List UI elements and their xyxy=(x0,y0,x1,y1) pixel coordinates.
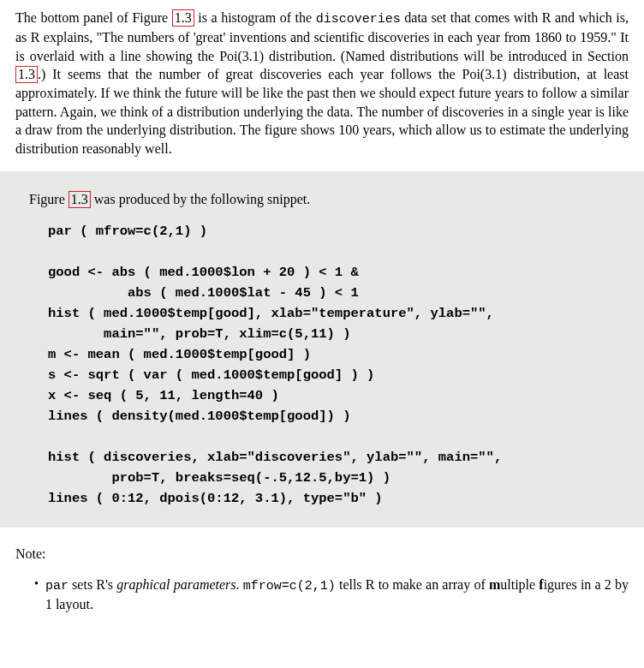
section-reference[interactable]: 1.3 xyxy=(15,66,38,83)
note-label: Note: xyxy=(15,545,629,564)
text: The bottom panel of Figure xyxy=(15,10,172,25)
note-bullet-item: • par sets R's graphical parameters. mfr… xyxy=(15,576,629,614)
bold: m xyxy=(489,577,500,592)
text: ultiple xyxy=(500,577,539,592)
emphasis: graphical parameters xyxy=(116,577,236,592)
body-paragraph: The bottom panel of Figure 1.3 is a hist… xyxy=(0,0,644,171)
text: sets R's xyxy=(69,577,116,592)
figure-reference[interactable]: 1.3 xyxy=(172,9,194,27)
bullet-icon: • xyxy=(34,576,45,614)
box-intro: Figure 1.3 was produced by the following… xyxy=(29,190,615,209)
text: is a histogram of the xyxy=(194,10,316,25)
code-snippet-box: Figure 1.3 was produced by the following… xyxy=(0,171,644,528)
code-inline: mfrow=c(2,1) xyxy=(243,579,336,593)
note-text: par sets R's graphical parameters. mfrow… xyxy=(45,576,629,614)
text: tells R to make an array of xyxy=(336,577,489,592)
code-block: par ( mfrow=c(2,1) ) good <- abs ( med.1… xyxy=(48,221,615,509)
code-inline: discoveries xyxy=(316,12,401,27)
text: was produced by the following snippet. xyxy=(91,192,310,206)
figure-reference[interactable]: 1.3 xyxy=(69,191,91,208)
text: .) It seems that the number of great dis… xyxy=(15,67,629,155)
text: . xyxy=(236,577,243,592)
text: Figure xyxy=(29,192,69,206)
code-inline: par xyxy=(45,579,69,593)
note-section: Note: • par sets R's graphical parameter… xyxy=(0,528,644,622)
